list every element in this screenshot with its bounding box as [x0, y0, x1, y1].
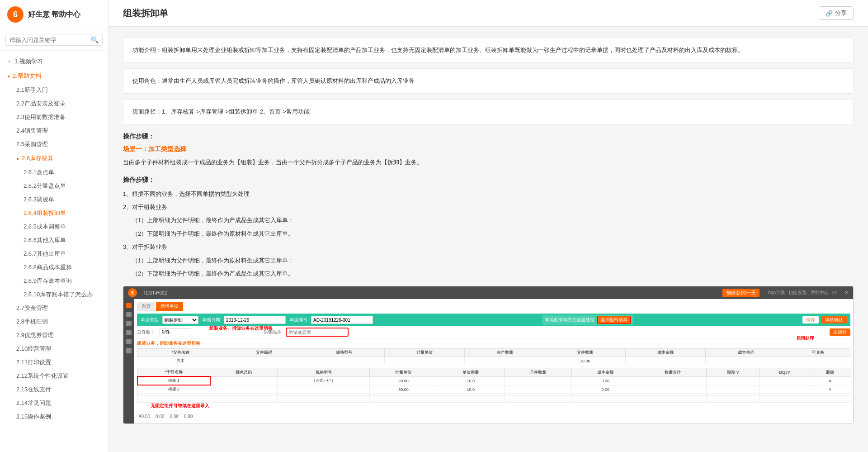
- mock-left-sidebar: [123, 299, 134, 423]
- search-icon[interactable]: 🔍: [91, 36, 99, 43]
- mock-close-icon[interactable]: ✕: [844, 290, 849, 296]
- arrow-icon: ＋: [7, 58, 12, 65]
- sidebar-item-assembly[interactable]: 2.6.4组装拆卸单: [0, 206, 108, 220]
- mock-footer-total1: ¥0.00: [139, 414, 150, 419]
- sidebar-item-video[interactable]: ＋ 1.视频学习: [0, 54, 108, 69]
- sidebar-item-print[interactable]: 2.11打印设置: [0, 356, 108, 369]
- mock-annotation-area: 有装配清单的在这里处理 选择配料清单: [542, 315, 633, 325]
- sidebar-item-coupon[interactable]: 2.9优惠券管理: [0, 328, 108, 342]
- mock-nav-icon-4: [126, 330, 132, 335]
- sidebar-item-data-prep[interactable]: 2.3使用前数据准备: [0, 110, 108, 124]
- page-title: 组装拆卸单: [123, 7, 168, 19]
- mock-ltd-unit1: 20.00: [370, 376, 437, 385]
- mock-ltd-del2[interactable]: ✕: [810, 385, 850, 394]
- sidebar-item-other-out[interactable]: 2.6.7其他出库单: [0, 247, 108, 261]
- mock-tabs: 自页 新增单据: [137, 302, 850, 311]
- mock-new-day-btn[interactable]: 创建新的一天: [722, 289, 760, 297]
- mock-td-cost-a: [625, 357, 706, 365]
- mock-ltd-cqty2: [505, 385, 572, 394]
- step2-1: （1）上部明细为父件明细，最终作为产成品生成其它入库单；: [123, 215, 854, 225]
- sidebar-item-new-user[interactable]: 2.1新手入门: [0, 83, 108, 97]
- mock-footer-total4: 0.00: [184, 414, 193, 419]
- mock-tab-new[interactable]: 新增单据: [156, 302, 183, 311]
- sidebar-item-help-docs[interactable]: ● 2.帮助文档: [0, 69, 108, 83]
- sidebar-item-ledger-fix[interactable]: 2.6.10库存账本错了怎么办: [0, 288, 108, 301]
- mock-ltd-del1[interactable]: ✕: [810, 376, 850, 385]
- mock-td-code: [224, 357, 304, 365]
- mock-cnt-input[interactable]: [160, 328, 191, 336]
- mock-bill-btn[interactable]: 选择配料清单: [597, 316, 631, 324]
- sidebar-item-operations[interactable]: 2.10经营管理: [0, 342, 108, 356]
- mock-ltd-name2: 模板 2: [137, 385, 210, 394]
- mock-cnt-label: 总件数：: [137, 329, 155, 335]
- mock-lth-del: 删除: [810, 368, 850, 377]
- nav-group-2: ● 2.帮助文档 2.1新手入门 2.2产品安装及登录 2.3使用前数据准备 2…: [0, 69, 108, 423]
- mock-ltd-usage2: 10.0: [437, 385, 505, 394]
- sidebar-item-sales[interactable]: 2.4销售管理: [0, 124, 108, 138]
- step3-2: （2）下部明细为子件明细，最终作为产成品生成其它入库单。: [123, 268, 854, 279]
- sidebar-item-other-in[interactable]: 2.6.6其他入库单: [0, 233, 108, 247]
- sidebar-item-cost-adj[interactable]: 2.6.5成本调整单: [0, 220, 108, 233]
- scene-heading: 场景一：加工类型选择: [123, 145, 854, 153]
- mock-lth-usage: 单位用量: [437, 368, 505, 377]
- step1: 1、根据不同的业务，选择不同单据的类型来处理: [123, 189, 854, 199]
- mock-td-qty: 10.00: [545, 357, 626, 365]
- mock-confirm-btn[interactable]: 审核确认: [821, 316, 847, 324]
- mock-ltd-spec2: [278, 385, 370, 394]
- mock-lth-cost2: 成本金额: [572, 368, 639, 377]
- mock-logo: 6: [128, 288, 137, 297]
- mock-th-exchangeable: 可兑换: [786, 349, 850, 357]
- sidebar-item-cost-recalc[interactable]: 2.6.8商品成本重算: [0, 261, 108, 274]
- app-logo: 6: [7, 6, 24, 23]
- sidebar-item-cases[interactable]: 2.15操作案例: [0, 410, 108, 423]
- sidebar-item-transfer[interactable]: 2.6.3调拨单: [0, 193, 108, 206]
- mock-sub-form-row: 总件数： 组装业务、拆卸业务在这里切换 供销品库 启用处理 添加行: [137, 326, 850, 338]
- mock-store-input[interactable]: [286, 328, 348, 336]
- step3: 3、对于拆装业务: [123, 242, 854, 252]
- intro-block: 功能介绍：组装拆卸单用来处理企业组装或拆卸等加工业务，支持有固定装配清单的产品加…: [123, 38, 854, 63]
- sidebar-item-inventory[interactable]: ● 2.6库存核算: [0, 151, 108, 166]
- role-block: 使用角色：通常由生产人员或库管人员完成拆装业务的操作，库管人员确认原材料的出库和…: [123, 68, 854, 94]
- nav-group-1: ＋ 1.视频学习: [0, 54, 108, 69]
- logo-area: 6 好生意 帮助中心: [0, 0, 108, 29]
- mock-ann2-label: 组装业务、拆卸业务在这里切换: [209, 325, 273, 332]
- mock-type-select[interactable]: 组装拆卸: [162, 316, 198, 324]
- mock-num-input[interactable]: [311, 316, 373, 324]
- steps-heading: 操作步骤：: [123, 176, 854, 184]
- scene-desc: 当由多个子件材料组装成一个成品的业务为【组装】业务，当由一个父件拆分成多个子产品…: [123, 157, 854, 167]
- mock-lth-qty-sum: 数量合计: [639, 368, 707, 377]
- role-text: 使用角色：通常由生产人员或库管人员完成拆装业务的操作，库管人员确认原材料的出库和…: [132, 77, 415, 84]
- mock-td-exch: [786, 357, 850, 365]
- search-area: 🔍: [0, 29, 108, 51]
- mock-td-spec: [304, 357, 385, 365]
- mock-ltd-bq1: [707, 376, 760, 385]
- sidebar-item-mobile[interactable]: 2.8手机旺铺: [0, 315, 108, 328]
- main-header: 组装拆卸单 🔗 分享: [108, 0, 868, 27]
- mock-date-input[interactable]: [224, 316, 286, 324]
- mock-td-unit: [384, 357, 465, 365]
- sidebar-item-partial-stocktake[interactable]: 2.6.2分量盘点单: [0, 179, 108, 193]
- content-area: 功能介绍：组装拆卸单用来处理企业组装或拆卸等加工业务，支持有固定装配清单的产品加…: [108, 27, 868, 452]
- mock-tab-home[interactable]: 自页: [137, 302, 155, 311]
- mock-inner: 自页 新增单据 单据类型 组装拆卸 单据日期 单据编号: [123, 299, 853, 423]
- search-box: 🔍: [5, 34, 103, 46]
- sidebar-item-faq[interactable]: 2.14常见问题: [0, 396, 108, 410]
- sidebar-item-purchase[interactable]: 2.5采购管理: [0, 138, 108, 151]
- mock-ltd-bqjv1: [760, 376, 810, 385]
- sidebar-item-online-pay[interactable]: 2.13在线支付: [0, 383, 108, 396]
- mock-th-parent-name: *父件名称: [137, 349, 224, 357]
- mock-lower-table-area: *子件名称 颜色尺码 规格型号 计量单位 单位用量 子件数量 成本金额 数量合计…: [137, 368, 850, 403]
- mock-th-produce-qty: 生产数量: [465, 349, 545, 357]
- app-title: 好生意 帮助中心: [28, 10, 80, 19]
- search-input[interactable]: [9, 37, 91, 43]
- sidebar-item-stocktake[interactable]: 2.6.1盘点单: [0, 166, 108, 179]
- mock-th-parent-qty: 父件数量: [545, 349, 626, 357]
- sidebar-item-install[interactable]: 2.2产品安装及登录: [0, 97, 108, 110]
- share-button[interactable]: 🔗 分享: [819, 6, 854, 20]
- sidebar-item-finance[interactable]: 2.7资金管理: [0, 301, 108, 315]
- sidebar-item-ledger-query[interactable]: 2.6.9库存账本查询: [0, 274, 108, 288]
- mock-nav-icon-2: [126, 312, 132, 317]
- mock-save-btn[interactable]: 保存: [802, 316, 819, 324]
- sidebar-item-system-config[interactable]: 2.12系统个性化设置: [0, 369, 108, 383]
- mock-add-row-btn[interactable]: 添加行: [830, 328, 850, 336]
